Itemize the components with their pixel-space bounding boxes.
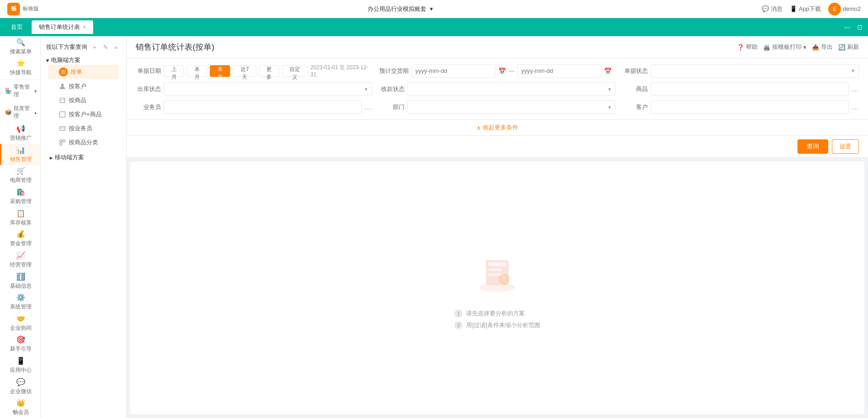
print-btn[interactable]: 🖨️ 按模板打印 ▾ [763,43,807,51]
svg-rect-7 [63,140,65,142]
report-area: 销售订单统计表(按单) ❓ 帮助 🖨️ 按模板打印 ▾ 📤 导出 [127,36,868,418]
collapse-label: 收起更多条件 [483,124,518,132]
company-selector[interactable]: 办公用品行业模拟账套 ▾ [368,5,433,13]
scheme-item-by-staff[interactable]: 按业务员 [48,122,119,135]
sidebar-item-retail[interactable]: 🏪 零售管理 ▾ [0,81,40,102]
scheme-item-by-doc[interactable]: 按 按单 [48,65,119,79]
start-date-calendar-icon[interactable]: 📅 [498,67,506,75]
sidebar-quick-nav[interactable]: ⭐ 快捷导航 [0,57,40,79]
query-btn[interactable]: 查询 [797,139,828,154]
sidebar-item-basics[interactable]: ℹ️ 基础信息 [0,271,40,292]
sidebar-item-guide[interactable]: 🎯 新手引导 [0,334,40,355]
scheme-item-by-category[interactable]: 按商品分类 [48,136,119,149]
sidebar-item-collab[interactable]: 🤝 企业协同 [0,313,40,334]
empty-tip-1: 1 请先选择要分析的方案 [454,309,540,318]
sidebar-item-purchase[interactable]: 🛍️ 采购管理 [0,186,40,207]
message-btn[interactable]: 💬 消息 [762,5,783,13]
staff-scheme-icon [59,125,66,132]
scheme-item-by-goods[interactable]: 按商品 [48,94,119,107]
company-arrow-icon: ▾ [430,5,433,12]
user-area[interactable]: E demo2 [828,3,861,15]
username: demo2 [843,5,861,12]
quick-nav-label: 快捷导航 [10,69,32,76]
goods-dots-btn[interactable]: ... [852,85,859,93]
sidebar-item-appstore[interactable]: 📱 应用中心 [0,355,40,376]
sidebar: 🔍 搜索菜单 ⭐ 快捷导航 🏪 零售管理 ▾ 📦 批发管理 ▴ 📢 营销推广 📊… [0,36,41,418]
scheme-category-pc-header[interactable]: ▾ 电脑端方案 [46,56,121,64]
mobile-category-label: 移动端方案 [55,153,84,162]
salesman-dots-btn[interactable]: ... [364,103,372,111]
goods-input[interactable] [651,82,849,96]
print-label: 按模板打印 [772,43,802,51]
more-date-btn[interactable]: 更多 [259,65,279,77]
customer-input[interactable] [651,100,849,114]
minimize-icon[interactable]: — [843,23,852,32]
sidebar-item-inventory[interactable]: 📋 库存核算 [0,207,40,228]
scheme-edit-btn[interactable]: ✎ [101,43,110,52]
sidebar-item-wholesale[interactable]: 📦 批发管理 ▴ [0,102,40,123]
last7days-btn[interactable]: 近7天 [233,65,256,77]
collapse-bar[interactable]: ∧ 收起更多条件 [127,120,868,136]
scheme-add-btn[interactable]: + [90,43,99,52]
pay-status-select[interactable] [407,82,616,96]
top-bar-right: 💬 消息 📱 App下载 E demo2 [762,3,861,15]
member-label: 畅会员 [13,408,29,416]
doc-date-field: 单据日期 上月 本月 本年 近7天 更多 自定义 2023-01-01 至 20… [136,64,372,78]
print-arrow-icon: ▾ [803,44,807,51]
pay-status-select-wrap [407,82,616,96]
empty-state: ? 1 请先选择要分析的方案 2 用[过滤]条件来缩小分析范围 [130,162,864,414]
sidebar-item-member[interactable]: 👑 畅会员 [0,397,40,418]
maximize-icon[interactable]: ⊡ [855,23,864,32]
refresh-btn[interactable]: 🔄 刷新 [838,43,859,51]
goods-scheme-icon [59,97,66,104]
sidebar-item-ecommerce[interactable]: 🛒 电商管理 [0,165,40,186]
help-btn[interactable]: ❓ 帮助 [737,43,758,51]
last-month-btn[interactable]: 上月 [164,65,184,77]
member-icon: 👑 [16,399,25,407]
this-month-btn[interactable]: 本月 [187,65,207,77]
scheme-item-by-customer-label: 按客户 [69,82,86,90]
salesman-input[interactable] [164,100,362,114]
scheme-category-mobile-header[interactable]: ▸ 移动端方案 [50,153,121,162]
inventory-icon: 📋 [16,209,25,218]
sidebar-search[interactable]: 🔍 搜索菜单 [0,36,40,57]
scheme-item-by-combo-label: 按客户+商品 [69,110,102,119]
scheme-item-by-customer[interactable]: 按客户 [48,80,119,93]
scheme-collapse-btn[interactable]: « [112,43,121,52]
sidebar-item-marketing[interactable]: 📢 营销推广 [0,123,40,144]
end-date-calendar-icon[interactable]: 📅 [604,67,612,75]
export-btn[interactable]: 📤 导出 [812,43,833,51]
expected-delivery-field: 预计交货期 📅 — 📅 [379,64,616,78]
tip-text-2: 用[过滤]条件来缩小分析范围 [466,321,540,329]
refresh-label: 刷新 [847,43,859,51]
company-name: 办公用品行业模拟账套 [368,5,426,13]
top-bar: 畅 标推版 办公用品行业模拟账套 ▾ 💬 消息 📱 App下载 E demo2 [0,0,868,18]
settings-btn[interactable]: 设置 [832,139,859,154]
tab-home[interactable]: 首页 [4,20,30,34]
doc-status-select[interactable] [651,64,859,78]
sidebar-item-wechat[interactable]: 💬 企业微信 [0,376,40,397]
start-date-input[interactable] [411,64,495,78]
svg-rect-6 [60,140,62,142]
sidebar-item-operations[interactable]: 📈 经营管理 [0,249,40,271]
ship-status-select[interactable] [164,82,372,96]
end-date-input[interactable] [517,64,601,78]
scheme-item-by-staff-label: 按业务员 [69,124,92,133]
app-download-btn[interactable]: 📱 App下载 [790,5,821,13]
customer-dots-btn[interactable]: ... [852,103,859,111]
dept-select[interactable] [407,100,616,114]
custom-date-btn[interactable]: 自定义 [282,65,308,77]
sidebar-item-finance[interactable]: 💰 资金管理 [0,228,40,249]
user-avatar: E [828,3,841,15]
sidebar-item-system[interactable]: ⚙️ 系统管理 [0,291,40,313]
scheme-item-by-combo[interactable]: 按客户+商品 [48,108,119,121]
this-year-btn[interactable]: 本年 [210,65,230,77]
logo-text: 标推版 [23,5,39,13]
doc-date-label: 单据日期 [136,67,161,75]
report-title: 销售订单统计表(按单) [136,42,214,52]
tab-close-icon[interactable]: × [83,24,86,30]
tab-sales-order-stats[interactable]: 销售订单统计表 × [32,20,93,34]
date-quick-btns: 上月 本月 本年 近7天 更多 自定义 2023-01-01 至 2023-12… [164,64,372,78]
date-range-text: 2023-01-01 至 2023-12-31 [311,64,372,78]
sidebar-item-sales[interactable]: 📊 销售管理 [0,144,40,165]
